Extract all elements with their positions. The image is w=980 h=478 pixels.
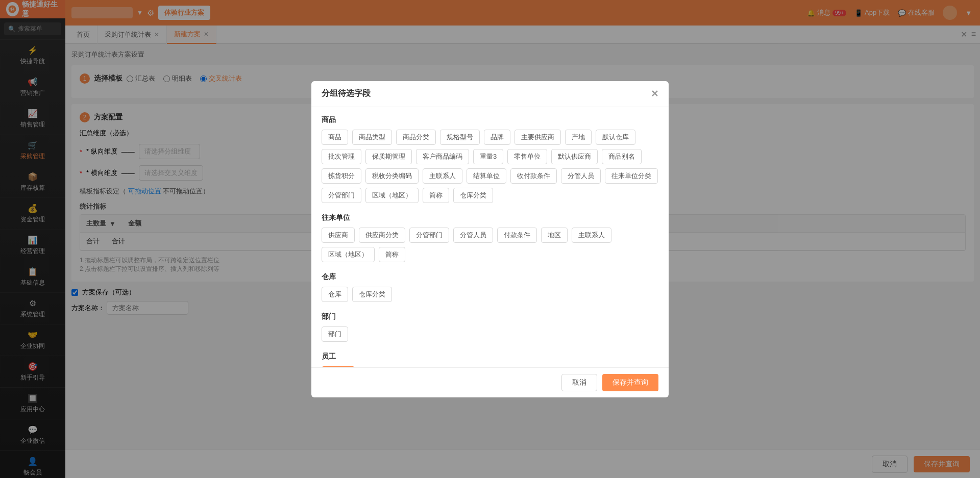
modal-footer: 取消 保存并查询 bbox=[311, 367, 669, 397]
tag-region-contacts[interactable]: 地区 bbox=[541, 228, 568, 243]
section-warehouse-title: 仓库 bbox=[322, 272, 658, 282]
tag-supplier-cat[interactable]: 供应商分类 bbox=[359, 228, 405, 243]
tag-tax-code[interactable]: 税收分类编码 bbox=[365, 168, 419, 184]
tag-settlement-unit[interactable]: 结算单位 bbox=[467, 168, 506, 184]
tag-main-contact2[interactable]: 主联系人 bbox=[572, 228, 611, 243]
tag-goods-type[interactable]: 商品类型 bbox=[352, 130, 392, 145]
modal-overlay: 分组待选字段 ✕ 商品 商品 商品类型 商品分类 规格型号 品牌 主要供应商 产… bbox=[0, 0, 980, 478]
section-staff: 员工 业务员 bbox=[322, 352, 658, 367]
section-dept: 部门 部门 bbox=[322, 312, 658, 342]
tag-person-contacts[interactable]: 分管人员 bbox=[453, 228, 493, 243]
tag-spec-model[interactable]: 规格型号 bbox=[440, 130, 480, 145]
tag-default-warehouse[interactable]: 默认仓库 bbox=[596, 130, 635, 145]
tag-customer-category[interactable]: 往来单位分类 bbox=[605, 168, 658, 184]
section-dept-tags: 部门 bbox=[322, 326, 658, 342]
tag-goods[interactable]: 商品 bbox=[322, 130, 348, 145]
tag-payment-terms[interactable]: 收付款条件 bbox=[510, 168, 557, 184]
section-warehouse: 仓库 仓库 仓库分类 bbox=[322, 272, 658, 302]
section-goods-title: 商品 bbox=[322, 115, 658, 124]
tag-warehouse-cat[interactable]: 仓库分类 bbox=[453, 188, 493, 203]
tag-default-supplier[interactable]: 默认供应商 bbox=[551, 149, 598, 164]
section-contacts-title: 往来单位 bbox=[322, 213, 658, 222]
tag-expiry-mgmt[interactable]: 保质期管理 bbox=[365, 149, 412, 164]
tag-weight3[interactable]: 重量3 bbox=[473, 149, 503, 164]
tag-origin[interactable]: 产地 bbox=[565, 130, 592, 145]
section-staff-title: 员工 bbox=[322, 352, 658, 361]
section-contacts: 往来单位 供应商 供应商分类 分管部门 分管人员 付款条件 地区 主联系人 区域… bbox=[322, 213, 658, 262]
tag-main-contact[interactable]: 主联系人 bbox=[423, 168, 462, 184]
tag-dept-contacts[interactable]: 分管部门 bbox=[409, 228, 449, 243]
tag-short-name-goods[interactable]: 简称 bbox=[423, 188, 449, 203]
field-select-modal: 分组待选字段 ✕ 商品 商品 商品类型 商品分类 规格型号 品牌 主要供应商 产… bbox=[311, 81, 669, 397]
tag-pay-terms[interactable]: 付款条件 bbox=[497, 228, 537, 243]
tag-dept-charge[interactable]: 分管部门 bbox=[322, 188, 361, 203]
modal-close-icon[interactable]: ✕ bbox=[651, 88, 658, 99]
tag-supplier[interactable]: 供应商 bbox=[322, 228, 355, 243]
tag-retail-unit[interactable]: 零售单位 bbox=[507, 149, 547, 164]
section-warehouse-tags: 仓库 仓库分类 bbox=[322, 287, 658, 302]
tag-pick-score[interactable]: 拣货积分 bbox=[322, 168, 361, 184]
section-goods: 商品 商品 商品类型 商品分类 规格型号 品牌 主要供应商 产地 默认仓库 批次… bbox=[322, 115, 658, 203]
tag-goods-alias[interactable]: 商品别名 bbox=[602, 149, 642, 164]
tag-region2[interactable]: 区域（地区） bbox=[322, 247, 375, 262]
tag-batch-mgmt[interactable]: 批次管理 bbox=[322, 149, 361, 164]
tag-goods-category[interactable]: 商品分类 bbox=[396, 130, 436, 145]
section-contacts-tags: 供应商 供应商分类 分管部门 分管人员 付款条件 地区 主联系人 区域（地区） … bbox=[322, 228, 658, 262]
tag-charge-person[interactable]: 分管人员 bbox=[561, 168, 601, 184]
modal-body[interactable]: 商品 商品 商品类型 商品分类 规格型号 品牌 主要供应商 产地 默认仓库 批次… bbox=[311, 107, 669, 367]
modal-cancel-btn[interactable]: 取消 bbox=[561, 374, 597, 391]
tag-warehouse-category[interactable]: 仓库分类 bbox=[352, 287, 392, 302]
tag-brand[interactable]: 品牌 bbox=[484, 130, 510, 145]
tag-main-supplier[interactable]: 主要供应商 bbox=[514, 130, 561, 145]
tag-warehouse[interactable]: 仓库 bbox=[322, 287, 348, 302]
modal-title: 分组待选字段 bbox=[322, 88, 371, 99]
tag-short-name-contacts[interactable]: 简称 bbox=[379, 247, 405, 262]
tag-region-goods[interactable]: 区域（地区） bbox=[365, 188, 419, 203]
modal-header: 分组待选字段 ✕ bbox=[311, 81, 669, 107]
section-goods-tags: 商品 商品类型 商品分类 规格型号 品牌 主要供应商 产地 默认仓库 批次管理 … bbox=[322, 130, 658, 203]
modal-confirm-btn[interactable]: 保存并查询 bbox=[602, 374, 658, 391]
tag-dept[interactable]: 部门 bbox=[322, 326, 348, 342]
tag-customer-code[interactable]: 客户商品编码 bbox=[416, 149, 469, 164]
section-dept-title: 部门 bbox=[322, 312, 658, 321]
